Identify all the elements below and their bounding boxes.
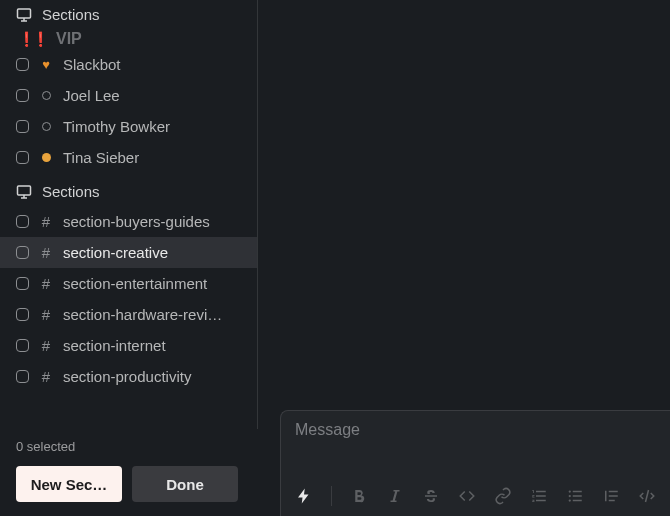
ordered-list-icon[interactable] bbox=[530, 487, 548, 505]
done-button[interactable]: Done bbox=[132, 466, 238, 502]
channel-label: section-entertainment bbox=[63, 275, 241, 292]
hash-icon: # bbox=[39, 244, 53, 261]
hash-icon: # bbox=[39, 275, 53, 292]
channel-section-label: Sections bbox=[42, 183, 100, 200]
svg-rect-1 bbox=[18, 186, 31, 195]
divider bbox=[331, 486, 332, 506]
bullet-list-icon[interactable] bbox=[566, 487, 584, 505]
svg-point-2 bbox=[569, 490, 571, 492]
checkbox-icon[interactable] bbox=[16, 89, 29, 102]
svg-point-3 bbox=[569, 495, 571, 497]
hash-icon: # bbox=[39, 368, 53, 385]
dm-label: Joel Lee bbox=[63, 87, 241, 104]
channel-label: section-productivity bbox=[63, 368, 241, 385]
blockquote-icon[interactable] bbox=[602, 487, 620, 505]
composer-toolbar bbox=[281, 478, 670, 516]
italic-icon[interactable] bbox=[386, 487, 404, 505]
presence-away-icon bbox=[39, 151, 53, 165]
channel-label: section-internet bbox=[63, 337, 241, 354]
hash-icon: # bbox=[39, 213, 53, 230]
dm-label: Tina Sieber bbox=[63, 149, 241, 166]
channel-label: section-buyers-guides bbox=[63, 213, 241, 230]
code-icon[interactable] bbox=[458, 487, 476, 505]
monitor-icon bbox=[16, 184, 32, 200]
vip-row-partial: ❗❗ VIP bbox=[0, 29, 257, 49]
checkbox-icon[interactable] bbox=[16, 215, 29, 228]
strikethrough-icon[interactable] bbox=[422, 487, 440, 505]
checkbox-icon[interactable] bbox=[16, 120, 29, 133]
message-composer[interactable]: Message bbox=[280, 410, 670, 516]
dm-row-joel[interactable]: Joel Lee bbox=[0, 80, 257, 111]
checkbox-icon[interactable] bbox=[16, 151, 29, 164]
dm-row-tina[interactable]: Tina Sieber bbox=[0, 142, 257, 173]
message-input[interactable]: Message bbox=[281, 411, 670, 478]
svg-rect-0 bbox=[18, 9, 31, 18]
channel-row[interactable]: # section-entertainment bbox=[0, 268, 257, 299]
code-block-icon[interactable] bbox=[638, 487, 656, 505]
sections-header-label: Sections bbox=[42, 6, 100, 23]
channel-row[interactable]: # section-hardware-revi… bbox=[0, 299, 257, 330]
channel-row[interactable]: # section-internet bbox=[0, 330, 257, 361]
dm-row-slackbot[interactable]: ♥ Slackbot bbox=[0, 49, 257, 80]
dm-row-timothy[interactable]: Timothy Bowker bbox=[0, 111, 257, 142]
selection-counter: 0 selected bbox=[16, 439, 242, 454]
dm-label: Timothy Bowker bbox=[63, 118, 241, 135]
checkbox-icon[interactable] bbox=[16, 246, 29, 259]
monitor-icon bbox=[16, 7, 32, 23]
link-icon[interactable] bbox=[494, 487, 512, 505]
checkbox-icon[interactable] bbox=[16, 370, 29, 383]
checkbox-icon[interactable] bbox=[16, 339, 29, 352]
heart-icon: ♥ bbox=[39, 58, 53, 72]
bold-icon[interactable] bbox=[350, 487, 368, 505]
checkbox-icon[interactable] bbox=[16, 58, 29, 71]
hash-icon: # bbox=[39, 337, 53, 354]
channel-label: section-hardware-revi… bbox=[63, 306, 241, 323]
channel-label: section-creative bbox=[63, 244, 241, 261]
presence-offline-icon bbox=[39, 89, 53, 103]
channel-row[interactable]: # section-buyers-guides bbox=[0, 206, 257, 237]
hash-icon: # bbox=[39, 306, 53, 323]
channel-section-header[interactable]: Sections bbox=[0, 173, 257, 206]
new-section-button[interactable]: New Sec… bbox=[16, 466, 122, 502]
checkbox-icon[interactable] bbox=[16, 277, 29, 290]
checkbox-icon[interactable] bbox=[16, 308, 29, 321]
pin-icon: ❗❗ bbox=[18, 31, 46, 47]
sections-header[interactable]: Sections bbox=[0, 0, 257, 29]
svg-point-4 bbox=[569, 499, 571, 501]
presence-offline-icon bbox=[39, 120, 53, 134]
channel-row[interactable]: # section-productivity bbox=[0, 361, 257, 392]
dm-label: Slackbot bbox=[63, 56, 241, 73]
bolt-icon[interactable] bbox=[295, 487, 313, 505]
channel-row[interactable]: # section-creative bbox=[0, 237, 257, 268]
